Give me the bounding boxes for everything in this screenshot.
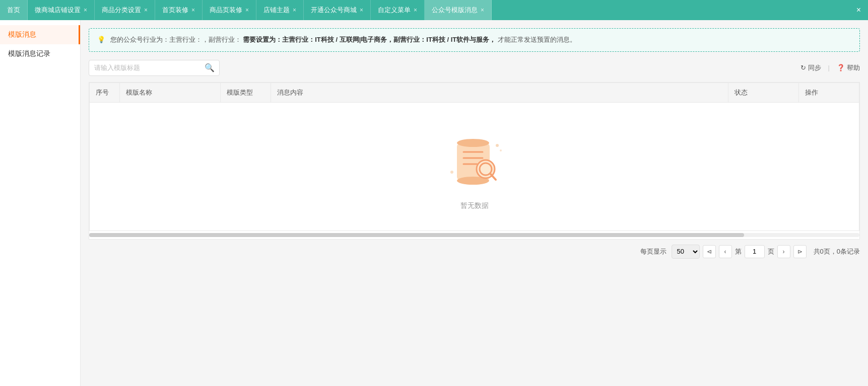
prev-page-button[interactable]: ‹	[719, 245, 732, 258]
sidebar: 模版消息 模版消息记录	[0, 20, 81, 386]
tab-template-msg-close[interactable]: ×	[481, 7, 484, 14]
prev-page-icon: ‹	[724, 248, 726, 255]
svg-point-10	[496, 144, 499, 147]
col-header-type: 模版类型	[221, 83, 271, 102]
col-header-content: 消息内容	[271, 83, 728, 102]
next-page-icon: ›	[783, 248, 785, 255]
search-input[interactable]	[89, 60, 220, 76]
main-content: 💡 您的公众号行业为：主营行业：，副营行业： 需要设置为：主营行业：IT科技 /…	[81, 20, 868, 386]
tab-open-mall[interactable]: 开通公众号商城 ×	[304, 0, 371, 20]
notice-prefix: 您的公众号行业为：主营行业：，副营行业：	[110, 36, 241, 43]
sidebar-item-template-msg-label: 模版消息	[8, 30, 36, 38]
tab-category-settings[interactable]: 商品分类设置 ×	[95, 0, 155, 20]
search-bar: 🔍 ↻ 同步 | ❓ 帮助	[89, 60, 860, 76]
next-page-button[interactable]: ›	[777, 245, 790, 258]
search-button[interactable]: 🔍	[205, 64, 215, 72]
tab-homepage-decor-close[interactable]: ×	[191, 7, 195, 14]
tab-custom-menu-label: 自定义菜单	[378, 6, 411, 15]
empty-text: 暂无数据	[90, 201, 859, 210]
tab-shop-settings-label: 微商城店铺设置	[35, 6, 81, 15]
pagination: 每页显示 50 10 20 100 ⊲ ‹ 第 页 › ⊳ 共0页，0条记录	[89, 240, 860, 264]
sidebar-item-record-label: 模版消息记录	[8, 49, 50, 57]
tab-home[interactable]: 首页	[0, 0, 28, 20]
tab-shop-settings-close[interactable]: ×	[84, 7, 87, 14]
page-label: 页	[768, 247, 774, 256]
notice-box: 💡 您的公众号行业为：主营行业：，副营行业： 需要设置为：主营行业：IT科技 /…	[89, 28, 860, 52]
sidebar-item-template-msg-record[interactable]: 模版消息记录	[0, 44, 80, 63]
table-container: 序号 模版名称 模版类型 消息内容 状态 操作	[89, 82, 860, 240]
tab-custom-menu-close[interactable]: ×	[414, 7, 417, 14]
col-header-index: 序号	[90, 83, 120, 102]
help-button[interactable]: ❓ 帮助	[837, 63, 860, 72]
tab-template-msg-label: 公众号模版消息	[432, 6, 478, 15]
close-all-tabs-button[interactable]: ×	[849, 0, 868, 20]
tab-homepage-decor-label: 首页装修	[162, 6, 188, 15]
tab-product-decor-label: 商品页装修	[210, 6, 242, 15]
per-page-select[interactable]: 50 10 20 100	[672, 245, 700, 259]
horizontal-scrollbar[interactable]	[89, 233, 859, 237]
tab-shop-settings[interactable]: 微商城店铺设置 ×	[28, 0, 95, 20]
help-icon: ❓	[837, 64, 845, 71]
page-label-di: 第	[735, 247, 742, 256]
notice-highlight: 需要设置为：主营行业：IT科技 / 互联网|电子商务，副营行业：IT科技 / I…	[243, 36, 496, 43]
toolbar-divider: |	[828, 64, 830, 71]
sync-label: 同步	[808, 63, 821, 72]
first-page-icon: ⊲	[707, 248, 712, 255]
sync-icon: ↻	[800, 64, 806, 71]
help-label: 帮助	[847, 63, 860, 72]
tab-category-close[interactable]: ×	[144, 7, 148, 14]
tab-product-decor-close[interactable]: ×	[245, 7, 249, 14]
tab-open-mall-label: 开通公众号商城	[311, 6, 357, 15]
empty-state: 暂无数据	[90, 103, 859, 230]
sidebar-item-template-msg[interactable]: 模版消息	[0, 25, 80, 44]
main-layout: 模版消息 模版消息记录 💡 您的公众号行业为：主营行业：，副营行业： 需要设置为…	[0, 20, 868, 386]
tab-shop-theme-label: 店铺主题	[263, 6, 290, 15]
data-table: 序号 模版名称 模版类型 消息内容 状态 操作	[89, 83, 859, 231]
table-header-row: 序号 模版名称 模版类型 消息内容 状态 操作	[90, 83, 859, 102]
svg-point-12	[450, 171, 453, 174]
toolbar-right: ↻ 同步 | ❓ 帮助	[800, 63, 860, 72]
col-header-name: 模版名称	[120, 83, 221, 102]
notice-icon: 💡	[97, 36, 105, 43]
empty-icon	[444, 133, 505, 193]
last-page-icon: ⊳	[797, 248, 803, 255]
last-page-button[interactable]: ⊳	[793, 245, 807, 258]
col-header-action: 操作	[799, 83, 859, 102]
tab-category-settings-label: 商品分类设置	[102, 6, 141, 15]
top-navigation: 首页 微商城店铺设置 × 商品分类设置 × 首页装修 × 商品页装修 × 店铺主…	[0, 0, 868, 20]
sync-button[interactable]: ↻ 同步	[800, 63, 821, 72]
tab-custom-menu[interactable]: 自定义菜单 ×	[371, 0, 425, 20]
col-header-status: 状态	[728, 83, 799, 102]
current-page-input[interactable]	[745, 245, 765, 258]
tab-template-msg[interactable]: 公众号模版消息 ×	[425, 0, 492, 20]
notice-suffix: 才能正常发送预置的消息。	[498, 36, 576, 43]
svg-point-2	[457, 139, 489, 147]
tab-open-mall-close[interactable]: ×	[360, 7, 363, 14]
scroll-thumb[interactable]	[89, 233, 744, 237]
per-page-label: 每页显示	[640, 247, 666, 256]
tab-home-label: 首页	[7, 6, 20, 15]
empty-state-row: 暂无数据	[90, 102, 859, 230]
svg-point-11	[500, 149, 502, 151]
first-page-button[interactable]: ⊲	[703, 245, 716, 258]
total-info: 共0页，0条记录	[814, 247, 860, 256]
tab-product-decor[interactable]: 商品页装修 ×	[203, 0, 256, 20]
tab-shop-theme-close[interactable]: ×	[293, 7, 296, 14]
tab-homepage-decor[interactable]: 首页装修 ×	[155, 0, 203, 20]
tab-shop-theme[interactable]: 店铺主题 ×	[256, 0, 304, 20]
